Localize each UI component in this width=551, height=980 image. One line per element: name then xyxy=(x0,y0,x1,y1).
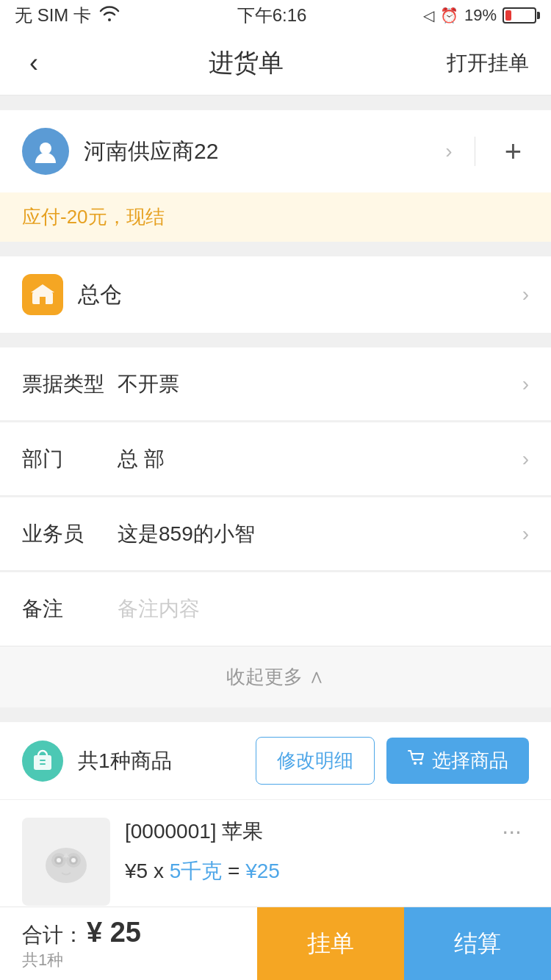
remark-row[interactable]: 备注 备注内容 xyxy=(0,572,551,646)
product-thumbnail xyxy=(22,818,110,906)
product-count: 共1种商品 xyxy=(78,747,256,775)
salesman-value: 这是859的小智 xyxy=(110,520,522,548)
battery-icon xyxy=(503,7,536,24)
remark-input[interactable]: 备注内容 xyxy=(110,595,529,623)
open-hang-button[interactable]: 打开挂单 xyxy=(447,49,529,77)
nav-bar: ‹ 进货单 打开挂单 xyxy=(0,31,551,96)
supplier-section: 河南供应商22 › + 应付-20元，现结 xyxy=(0,110,551,242)
hang-button[interactable]: 挂单 xyxy=(257,907,404,981)
svg-point-0 xyxy=(40,143,51,154)
svg-point-14 xyxy=(57,858,61,862)
invoice-label: 票据类型 xyxy=(22,370,110,398)
warehouse-name: 总仓 xyxy=(78,280,522,310)
invoice-chevron-icon: › xyxy=(522,372,529,396)
svg-rect-4 xyxy=(34,755,51,770)
product-name: [0000001] 苹果 xyxy=(125,818,494,846)
product-quantity: 5千克 xyxy=(170,860,223,882)
remark-label: 备注 xyxy=(22,595,110,623)
add-button[interactable]: + xyxy=(497,135,529,168)
supplier-chevron-icon: › xyxy=(445,140,452,163)
salesman-row[interactable]: 业务员 这是859的小智 › xyxy=(0,497,551,571)
notice-bar: 应付-20元，现结 xyxy=(0,192,551,242)
warehouse-section: 总仓 › xyxy=(0,256,551,333)
location-icon: ◁ xyxy=(423,7,434,24)
svg-marker-2 xyxy=(31,284,54,292)
checkout-button[interactable]: 结算 xyxy=(404,907,551,981)
footer: 合计： ¥ 25 共1种 挂单 结算 xyxy=(0,907,551,980)
svg-rect-6 xyxy=(40,763,46,765)
warehouse-icon xyxy=(22,274,63,315)
warehouse-chevron-icon: › xyxy=(522,283,529,306)
product-price: ¥5 x 5千克 = ¥25 xyxy=(125,857,494,885)
product-item: [0000001] 苹果 ¥5 x 5千克 = ¥25 ··· xyxy=(0,799,551,923)
content-wrap: 河南供应商22 › + 应付-20元，现结 总仓 › 票据类型 不开 xyxy=(0,96,551,980)
battery-percent: 19% xyxy=(464,6,497,25)
select-product-label: 选择商品 xyxy=(432,748,508,774)
department-value: 总 部 xyxy=(110,445,522,473)
cart-icon xyxy=(407,749,426,773)
svg-rect-3 xyxy=(40,297,46,304)
product-total: ¥25 xyxy=(245,860,280,882)
total-sub: 共1种 xyxy=(22,949,235,971)
vertical-divider xyxy=(475,137,475,166)
status-bar: 无 SIM 卡 下午6:16 ◁ ⏰ 19% xyxy=(0,0,551,31)
department-row[interactable]: 部门 总 部 › xyxy=(0,422,551,496)
supplier-avatar xyxy=(22,128,69,175)
supplier-row[interactable]: 河南供应商22 › + xyxy=(0,110,551,192)
department-chevron-icon: › xyxy=(522,447,529,471)
invoice-value: 不开票 xyxy=(110,370,522,398)
page-title: 进货单 xyxy=(209,46,284,80)
salesman-label: 业务员 xyxy=(22,520,110,548)
battery-fill xyxy=(505,10,511,21)
total-amount: ¥ 25 xyxy=(87,917,141,948)
collapse-bar[interactable]: 收起更多 ∧ xyxy=(0,646,551,707)
total-label: 合计： xyxy=(22,921,84,949)
warehouse-row[interactable]: 总仓 › xyxy=(0,256,551,333)
section-gap-3 xyxy=(0,333,551,347)
more-options-button[interactable]: ··· xyxy=(494,818,529,845)
product-icon xyxy=(22,741,63,782)
edit-detail-button[interactable]: 修改明细 xyxy=(256,737,375,785)
svg-rect-5 xyxy=(40,760,46,761)
select-product-button[interactable]: 选择商品 xyxy=(386,738,529,784)
carrier-text: 无 SIM 卡 xyxy=(15,4,91,27)
section-gap-2 xyxy=(0,242,551,256)
salesman-chevron-icon: › xyxy=(522,522,529,546)
section-gap-4 xyxy=(0,707,551,722)
invoice-row[interactable]: 票据类型 不开票 › xyxy=(0,347,551,421)
svg-point-8 xyxy=(419,762,422,765)
status-left: 无 SIM 卡 xyxy=(15,4,120,27)
section-gap-1 xyxy=(0,96,551,110)
status-time: 下午6:16 xyxy=(237,4,307,27)
product-info: [0000001] 苹果 ¥5 x 5千克 = ¥25 xyxy=(125,818,494,885)
department-label: 部门 xyxy=(22,445,110,473)
status-right: ◁ ⏰ 19% xyxy=(423,6,536,25)
alarm-icon: ⏰ xyxy=(440,7,458,24)
product-header: 共1种商品 修改明细 选择商品 xyxy=(0,722,551,799)
back-button[interactable]: ‹ xyxy=(22,40,46,86)
svg-point-15 xyxy=(71,858,76,862)
wifi-icon xyxy=(98,5,120,26)
footer-total: 合计： ¥ 25 共1种 xyxy=(0,917,257,971)
form-section: 票据类型 不开票 › 部门 总 部 › 业务员 这是859的小智 › 备注 备注… xyxy=(0,347,551,646)
supplier-name: 河南供应商22 xyxy=(84,137,445,167)
svg-point-7 xyxy=(414,762,417,765)
